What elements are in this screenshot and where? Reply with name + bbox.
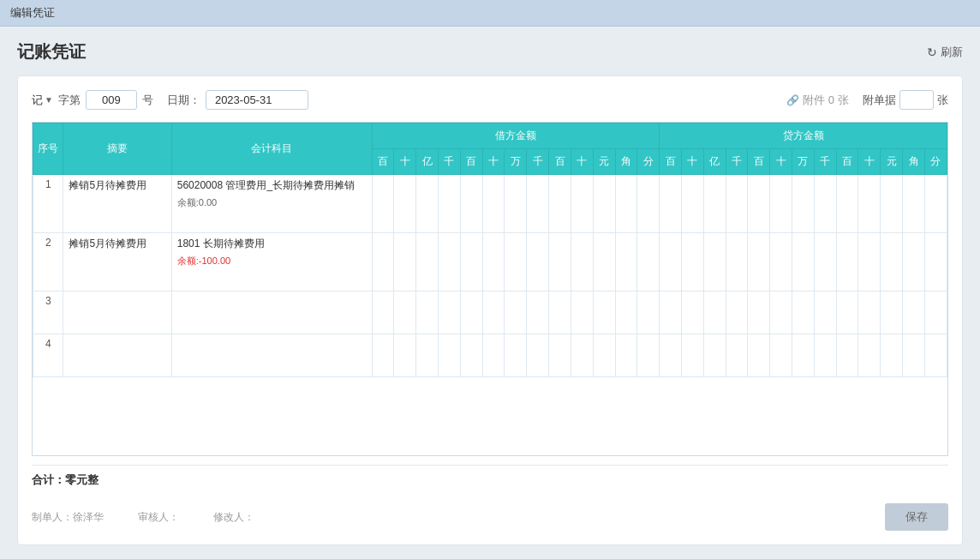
save-button[interactable]: 保存 xyxy=(885,503,948,531)
credit-cell-0-0[interactable] xyxy=(660,175,682,233)
row-account[interactable] xyxy=(171,334,372,377)
debit-cell-1-4[interactable] xyxy=(460,233,482,292)
row-summary[interactable] xyxy=(63,334,171,377)
debit-cell-3-6[interactable] xyxy=(505,334,527,377)
credit-cell-1-8[interactable] xyxy=(836,233,858,292)
credit-cell-3-7[interactable] xyxy=(814,334,836,377)
credit-cell-3-12[interactable] xyxy=(924,334,947,377)
debit-cell-0-5[interactable] xyxy=(482,175,505,233)
credit-cell-0-7[interactable] xyxy=(814,175,836,233)
debit-cell-2-2[interactable] xyxy=(416,292,439,334)
debit-cell-3-11[interactable] xyxy=(615,334,637,377)
row-account[interactable]: 56020008 管理费用_长期待摊费用摊销余额:0.00 xyxy=(171,175,372,233)
credit-cell-1-5[interactable] xyxy=(770,233,792,292)
row-summary[interactable] xyxy=(63,292,171,334)
debit-cell-1-8[interactable] xyxy=(549,233,571,292)
debit-cell-0-10[interactable] xyxy=(593,175,615,233)
credit-cell-3-3[interactable] xyxy=(726,334,748,377)
credit-cell-0-2[interactable] xyxy=(703,175,726,233)
debit-cell-0-2[interactable] xyxy=(416,175,439,233)
credit-cell-0-1[interactable] xyxy=(681,175,703,233)
credit-cell-1-3[interactable] xyxy=(726,233,748,292)
credit-cell-2-2[interactable] xyxy=(703,292,726,334)
credit-cell-0-5[interactable] xyxy=(770,175,792,233)
credit-cell-1-7[interactable] xyxy=(814,233,836,292)
debit-cell-1-7[interactable] xyxy=(527,233,549,292)
sheets-input[interactable] xyxy=(899,90,934,110)
credit-cell-1-12[interactable] xyxy=(924,233,947,292)
debit-cell-0-8[interactable] xyxy=(549,175,571,233)
credit-cell-3-2[interactable] xyxy=(703,334,726,377)
credit-cell-2-8[interactable] xyxy=(836,292,858,334)
credit-cell-1-11[interactable] xyxy=(903,233,925,292)
debit-cell-3-1[interactable] xyxy=(394,334,416,377)
credit-cell-3-10[interactable] xyxy=(881,334,903,377)
date-input[interactable] xyxy=(206,90,308,110)
voucher-type-dropdown[interactable]: 记 ▼ xyxy=(32,93,53,108)
credit-cell-3-1[interactable] xyxy=(681,334,703,377)
credit-cell-3-9[interactable] xyxy=(858,334,881,377)
debit-cell-2-6[interactable] xyxy=(505,292,527,334)
debit-cell-1-2[interactable] xyxy=(416,233,439,292)
debit-cell-0-6[interactable] xyxy=(505,175,527,233)
credit-cell-1-4[interactable] xyxy=(748,233,770,292)
credit-cell-2-10[interactable] xyxy=(881,292,903,334)
debit-cell-3-7[interactable] xyxy=(527,334,549,377)
credit-cell-2-9[interactable] xyxy=(858,292,881,334)
credit-cell-3-8[interactable] xyxy=(836,334,858,377)
credit-cell-1-0[interactable] xyxy=(660,233,682,292)
credit-cell-0-10[interactable] xyxy=(881,175,903,233)
credit-cell-2-7[interactable] xyxy=(814,292,836,334)
debit-cell-2-7[interactable] xyxy=(527,292,549,334)
credit-cell-0-12[interactable] xyxy=(924,175,947,233)
credit-cell-0-4[interactable] xyxy=(748,175,770,233)
credit-cell-1-9[interactable] xyxy=(858,233,881,292)
debit-cell-1-5[interactable] xyxy=(482,233,505,292)
debit-cell-3-12[interactable] xyxy=(637,334,660,377)
credit-cell-1-10[interactable] xyxy=(881,233,903,292)
debit-cell-1-12[interactable] xyxy=(637,233,660,292)
debit-cell-0-11[interactable] xyxy=(615,175,637,233)
credit-cell-0-3[interactable] xyxy=(726,175,748,233)
credit-cell-1-1[interactable] xyxy=(681,233,703,292)
row-summary[interactable]: 摊销5月待摊费用 xyxy=(63,233,171,292)
row-account[interactable] xyxy=(171,292,372,334)
credit-cell-2-6[interactable] xyxy=(792,292,815,334)
debit-cell-3-10[interactable] xyxy=(593,334,615,377)
debit-cell-3-8[interactable] xyxy=(549,334,571,377)
credit-cell-1-2[interactable] xyxy=(703,233,726,292)
debit-cell-2-12[interactable] xyxy=(637,292,660,334)
debit-cell-2-8[interactable] xyxy=(549,292,571,334)
credit-cell-2-3[interactable] xyxy=(726,292,748,334)
credit-cell-3-5[interactable] xyxy=(770,334,792,377)
credit-cell-0-11[interactable] xyxy=(903,175,925,233)
debit-cell-2-9[interactable] xyxy=(571,292,593,334)
row-account[interactable]: 1801 长期待摊费用余额:-100.00 xyxy=(171,233,372,292)
debit-cell-3-0[interactable] xyxy=(372,334,394,377)
debit-cell-1-9[interactable] xyxy=(571,233,593,292)
refresh-button[interactable]: ↻ 刷新 xyxy=(927,45,963,60)
debit-cell-0-4[interactable] xyxy=(460,175,482,233)
debit-cell-0-0[interactable] xyxy=(372,175,394,233)
debit-cell-2-10[interactable] xyxy=(593,292,615,334)
debit-cell-3-5[interactable] xyxy=(482,334,505,377)
credit-cell-0-6[interactable] xyxy=(792,175,815,233)
debit-cell-2-3[interactable] xyxy=(439,292,461,334)
debit-cell-1-11[interactable] xyxy=(615,233,637,292)
credit-cell-0-9[interactable] xyxy=(858,175,881,233)
debit-cell-3-2[interactable] xyxy=(416,334,439,377)
debit-cell-1-10[interactable] xyxy=(593,233,615,292)
debit-cell-2-4[interactable] xyxy=(460,292,482,334)
credit-cell-2-1[interactable] xyxy=(681,292,703,334)
debit-cell-2-0[interactable] xyxy=(372,292,394,334)
row-summary[interactable]: 摊销5月待摊费用 xyxy=(63,175,171,233)
credit-cell-3-11[interactable] xyxy=(903,334,925,377)
debit-cell-1-3[interactable] xyxy=(439,233,461,292)
credit-cell-3-6[interactable] xyxy=(792,334,815,377)
credit-cell-0-8[interactable] xyxy=(836,175,858,233)
debit-cell-2-1[interactable] xyxy=(394,292,416,334)
credit-cell-2-4[interactable] xyxy=(748,292,770,334)
debit-cell-0-1[interactable] xyxy=(394,175,416,233)
debit-cell-1-6[interactable] xyxy=(505,233,527,292)
debit-cell-0-3[interactable] xyxy=(439,175,461,233)
